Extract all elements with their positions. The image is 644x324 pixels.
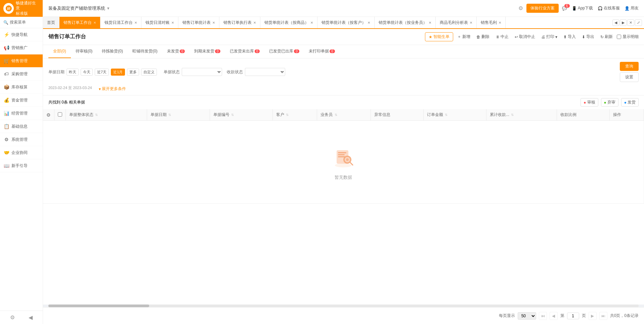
sub-tab-shipped-not-out[interactable]: 已发货未出库0 <box>225 45 265 58</box>
th-amount[interactable]: 订单金额 ⇅ <box>423 109 486 121</box>
sidebar-item-corp[interactable]: 🤝 企业协同 <box>0 146 43 159</box>
sub-tab-not-printed[interactable]: 未打印单据0 <box>304 45 340 58</box>
tab-maximize-button[interactable]: ⤢ <box>635 19 642 26</box>
settings-button[interactable]: 设置 <box>620 72 639 82</box>
tab-order-stat[interactable]: 销售订单统计表 ✕ <box>178 17 219 29</box>
sub-tab-all[interactable]: 全部(0) <box>48 45 71 58</box>
tab-daily-clear[interactable]: 钱货日清工作台 ✕ <box>100 17 141 29</box>
prev-page-button[interactable]: ◀ <box>550 312 558 320</box>
sidebar-item-marketing[interactable]: 📢 营销推广 <box>0 41 43 54</box>
revoke-action-button[interactable]: ● 弃审 <box>601 98 618 107</box>
tab-close-all-button[interactable]: ✕ <box>627 19 634 26</box>
page-actions: ★ 智能生单 ＋ 新增 🗑 删除 ⏸ 中止 ↩ 取消中止 <box>425 32 639 41</box>
tab-salesperson-stat[interactable]: 销货单统计表（按业务员） ✕ <box>375 17 436 29</box>
scrollbar-thumb[interactable] <box>48 305 149 307</box>
th-collected[interactable]: 累计收款... ⇅ <box>486 109 557 121</box>
tab-gross-margin[interactable]: 商品毛利分析表 ✕ <box>436 17 477 29</box>
sub-tab-shipped-out[interactable]: 已发货已出库0 <box>264 45 304 58</box>
sidebar-item-system[interactable]: ⚙ 系统管理 <box>0 133 43 146</box>
tab-close-icon-4[interactable]: ✕ <box>212 21 215 25</box>
tab-home[interactable]: 首页 <box>43 17 59 29</box>
th-settings[interactable]: ⚙ <box>43 109 54 121</box>
per-page-select[interactable]: 50 100 <box>518 312 536 320</box>
corp-icon: 🤝 <box>3 150 9 156</box>
sidebar-item-finance[interactable]: 💰 资金管理 <box>0 94 43 107</box>
th-status[interactable]: 单据整体状态 ⇅ <box>66 109 147 121</box>
tab-reconcile[interactable]: 钱货日清对账 ✕ <box>141 17 178 29</box>
tab-scroll-prev-button[interactable]: ◀ <box>612 19 619 26</box>
print-button[interactable]: 🖨 打印 ▾ <box>539 33 559 41</box>
date-btn-more[interactable]: 更多 <box>127 69 139 76</box>
tab-close-icon[interactable]: ✕ <box>93 21 96 25</box>
tab-customer-stat[interactable]: 销货单统计表（按客户） ✕ <box>317 17 375 29</box>
cancel-pause-button[interactable]: ↩ 取消中止 <box>513 33 537 41</box>
industry-solution-button[interactable]: 体验行业方案 <box>526 4 559 13</box>
tab-scroll-next-button[interactable]: ▶ <box>620 19 627 26</box>
sidebar-item-guide[interactable]: 📖 新手引导 <box>0 159 43 172</box>
sidebar-item-sales[interactable]: 🛒 销售管理 <box>0 54 43 68</box>
tab-close-icon-3[interactable]: ✕ <box>171 21 174 25</box>
select-all-checkbox[interactable] <box>58 112 62 117</box>
detail-checkbox[interactable] <box>617 35 621 39</box>
sub-tab-overdue-ship[interactable]: 到期未发货0 <box>189 45 225 58</box>
delete-button[interactable]: 🗑 删除 <box>474 33 491 41</box>
date-btn-yesterday[interactable]: 昨天 <box>67 69 79 76</box>
sidebar-item-inventory[interactable]: 📦 库存核算 <box>0 81 43 94</box>
detail-checkbox-label[interactable]: 显示明细 <box>617 34 639 40</box>
sidebar-gear-icon[interactable]: ⚙ <box>10 314 15 321</box>
sub-tab-wangpu-ship[interactable]: 旺铺待发货(0) <box>128 45 162 58</box>
gear-settings-icon[interactable]: ⚙ <box>518 5 523 11</box>
sidebar-item-operations[interactable]: 📊 经营管理 <box>0 107 43 120</box>
tab-close-icon-9[interactable]: ✕ <box>470 21 472 25</box>
review-action-button[interactable]: ● 审核 <box>581 98 598 107</box>
date-btn-custom[interactable]: 自定义 <box>141 69 157 76</box>
add-button[interactable]: ＋ 新增 <box>455 33 472 41</box>
refresh-button[interactable]: ↻ 刷新 <box>598 33 615 41</box>
message-badge-wrap[interactable]: 💬 6 <box>562 6 567 11</box>
pause-button[interactable]: ⏸ 中止 <box>493 33 511 41</box>
last-page-button[interactable]: ⏭ <box>599 312 607 320</box>
horizontal-scrollbar[interactable] <box>48 305 639 307</box>
export-icon: ⬇ <box>582 35 585 39</box>
app-download-button[interactable]: 📱 App下载 <box>572 5 593 11</box>
th-customer[interactable]: 客户 ⇅ <box>272 109 317 121</box>
date-btn-today[interactable]: 今天 <box>81 69 93 76</box>
next-page-button[interactable]: ▶ <box>589 312 597 320</box>
tab-close-icon-6[interactable]: ✕ <box>310 21 313 25</box>
tab-sales-workbench[interactable]: 销售订单工作台 ✕ <box>59 17 100 29</box>
tab-close-icon-5[interactable]: ✕ <box>253 21 256 25</box>
sub-tab-not-shipped[interactable]: 未发货0 <box>162 45 190 58</box>
first-page-button[interactable]: ⏮ <box>539 312 547 320</box>
import-button[interactable]: ⬆ 导入 <box>561 33 578 41</box>
tab-goods-stat[interactable]: 销货单统计表（按商品） ✕ <box>260 17 317 29</box>
sidebar-item-purchase[interactable]: 🏷 采购管理 <box>0 68 43 81</box>
sidebar-search[interactable]: 🔍 搜索菜单 <box>0 17 43 28</box>
page-input[interactable] <box>567 313 579 319</box>
tab-close-icon-8[interactable]: ✕ <box>429 21 431 25</box>
payment-select[interactable] <box>245 68 285 76</box>
sidebar-item-quick-nav[interactable]: ⚡ 快捷导航 <box>0 28 43 41</box>
smart-create-button[interactable]: ★ 智能生单 <box>425 32 453 41</box>
online-service-button[interactable]: 🎧 在线客服 <box>598 5 620 11</box>
tab-sales-gross[interactable]: 销售毛利 ✕ <box>477 17 506 29</box>
export-button[interactable]: ⬇ 导出 <box>580 33 596 41</box>
tab-order-exec[interactable]: 销售订单执行表 ✕ <box>219 17 260 29</box>
th-number[interactable]: 单据编号 ⇅ <box>210 109 272 121</box>
sub-tab-pending-review[interactable]: 待审核(0) <box>71 45 97 58</box>
user-menu-button[interactable]: 👤 用友 <box>625 5 639 11</box>
query-button[interactable]: 查询 <box>620 62 639 71</box>
th-checkbox[interactable] <box>54 109 66 121</box>
expand-filter-button[interactable]: ▾ 展开更多条件 <box>99 86 126 92</box>
status-select[interactable] <box>182 68 222 76</box>
date-btn-1month[interactable]: 近1月 <box>111 69 125 76</box>
tab-close-icon-2[interactable]: ✕ <box>134 21 137 25</box>
sidebar-collapse-icon[interactable]: ◀ <box>29 314 33 321</box>
th-salesperson[interactable]: 业务员 ⇅ <box>317 109 371 121</box>
tab-close-icon-10[interactable]: ✕ <box>499 21 501 25</box>
tab-close-icon-7[interactable]: ✕ <box>368 21 370 25</box>
ship-action-button[interactable]: ● 发货 <box>621 98 639 107</box>
th-date[interactable]: 单据日期 ⇅ <box>147 109 210 121</box>
sub-tab-pending-inspection[interactable]: 待拣验货(0) <box>97 45 128 58</box>
sidebar-item-base[interactable]: 📋 基础信息 <box>0 120 43 133</box>
date-btn-7days[interactable]: 近7天 <box>95 69 109 76</box>
